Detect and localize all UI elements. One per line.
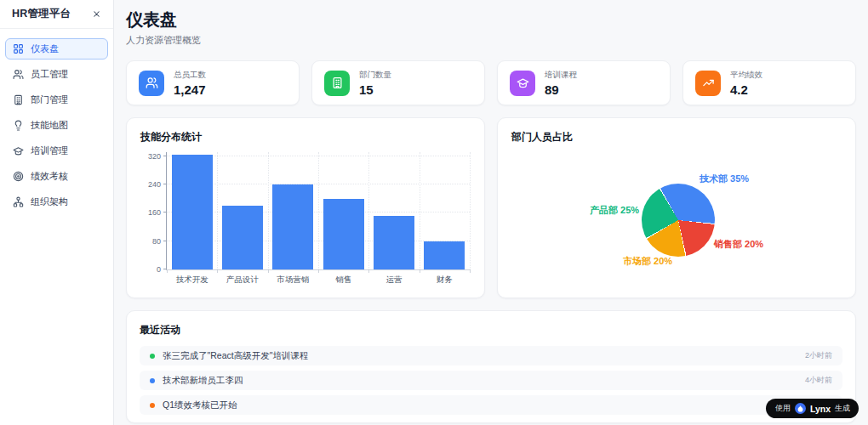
gridline (268, 152, 269, 269)
sidebar-item-label: 培训管理 (31, 144, 68, 157)
gridline (420, 152, 420, 269)
activity-title: 最近活动 (140, 323, 842, 337)
y-axis-tick (163, 212, 167, 212)
status-dot (150, 403, 155, 408)
stat-label: 培训课程 (545, 70, 577, 81)
sidebar-nav: 仪表盘 员工管理 部门管理 技能地图 培训管理 绩效考核 组织架构 (0, 29, 113, 222)
list-item: 张三完成了"React高级开发"培训课程 2小时前 (140, 346, 842, 366)
charts-row: 技能分布统计 080160240320技术开发产品设计市场营销销售运营财务 部门… (126, 117, 856, 298)
pie-label-product: 产品部 25% (590, 204, 639, 217)
list-item: 技术部新增员工李四 4小时前 (140, 371, 842, 390)
sidebar-item-label: 部门管理 (31, 94, 68, 106)
activity-time: 2小时前 (805, 350, 832, 361)
x-axis-tick (217, 269, 218, 273)
x-axis-tick (420, 269, 420, 273)
graduation-icon (510, 71, 535, 96)
recent-activity-card: 最近活动 张三完成了"React高级开发"培训课程 2小时前 技术部新增员工李四… (126, 310, 856, 423)
bar-财务 (424, 241, 465, 269)
x-axis-label: 运营 (386, 275, 403, 286)
x-axis-label: 财务 (437, 275, 453, 286)
activity-time: 4小时前 (805, 375, 832, 386)
status-dot (150, 378, 155, 383)
badge-suffix: 生成 (835, 403, 850, 414)
bar-plot: 080160240320技术开发产品设计市场营销销售运营财务 (166, 152, 470, 270)
page-title: 仪表盘 (126, 10, 856, 29)
sidebar: HR管理平台 仪表盘 员工管理 部门管理 技能地图 培训管理 绩效考核 (0, 0, 114, 425)
x-axis-label: 市场营销 (277, 275, 309, 286)
org-chart-icon (13, 196, 24, 207)
stat-card-avg-performance: 平均绩效 4.2 (682, 60, 856, 105)
y-axis-label: 0 (157, 265, 161, 274)
y-axis-label: 80 (152, 237, 161, 246)
department-pie-chart-card: 部门人员占比 技术部 35% 销售部 20% 市场部 20% 产品部 25% (497, 117, 856, 298)
users-icon (13, 69, 24, 80)
y-axis-tick (163, 156, 167, 156)
stat-card-departments: 部门数量 15 (311, 60, 485, 105)
pie-label-marketing: 市场部 20% (623, 255, 672, 268)
badge-prefix: 使用 (775, 403, 791, 414)
stat-value: 1,247 (174, 82, 206, 97)
sidebar-item-org-structure[interactable]: 组织架构 (5, 191, 108, 212)
stat-value: 89 (545, 82, 577, 97)
x-axis-label: 产品设计 (226, 275, 259, 286)
gridline (470, 152, 471, 269)
close-icon[interactable] (90, 8, 103, 20)
y-axis-tick (163, 241, 167, 241)
stat-value: 4.2 (730, 82, 762, 97)
sidebar-header: HR管理平台 (0, 0, 113, 29)
sidebar-item-skills-map[interactable]: 技能地图 (5, 115, 108, 136)
x-axis-tick (470, 269, 471, 273)
pie (642, 184, 715, 257)
sidebar-item-training[interactable]: 培训管理 (5, 140, 108, 162)
y-axis-tick (163, 184, 167, 184)
stat-card-total-employees: 总员工数 1,247 (126, 60, 300, 105)
users-icon (139, 71, 164, 96)
stats-row: 总员工数 1,247 部门数量 15 培训课程 89 平均绩效 4.2 (126, 60, 856, 105)
sidebar-item-dashboard[interactable]: 仪表盘 (5, 38, 108, 60)
gridline (217, 152, 218, 269)
y-axis-label: 160 (148, 208, 161, 217)
stat-label: 总员工数 (174, 70, 206, 81)
y-axis-label: 240 (148, 180, 161, 189)
sidebar-item-label: 组织架构 (31, 196, 68, 208)
lightbulb-icon (13, 120, 24, 131)
list-item: Q1绩效考核已开始 (140, 395, 842, 415)
x-axis-label: 技术开发 (176, 275, 208, 286)
sidebar-item-label: 绩效考核 (31, 170, 68, 183)
x-axis-label: 销售 (335, 275, 351, 286)
x-axis-tick (268, 269, 269, 273)
dashboard-icon (13, 43, 24, 54)
bar-销售 (323, 199, 364, 269)
lynx-generated-badge[interactable]: 使用 Lynx 生成 (766, 399, 859, 418)
sidebar-item-departments[interactable]: 部门管理 (5, 89, 108, 110)
activity-list: 张三完成了"React高级开发"培训课程 2小时前 技术部新增员工李四 4小时前… (140, 346, 842, 415)
graduation-icon (13, 145, 24, 156)
y-axis-label: 320 (148, 152, 161, 161)
x-axis-tick (318, 269, 319, 273)
page-subtitle: 人力资源管理概览 (126, 34, 856, 47)
bar-产品设计 (222, 206, 263, 269)
pie-label-sales: 销售部 20% (714, 238, 763, 251)
gridline (318, 152, 319, 269)
bar-市场营销 (272, 184, 313, 269)
activity-text: 张三完成了"React高级开发"培训课程 (163, 350, 308, 362)
skills-bar-chart-card: 技能分布统计 080160240320技术开发产品设计市场营销销售运营财务 (126, 117, 485, 298)
sidebar-item-performance[interactable]: 绩效考核 (5, 166, 108, 187)
building-icon (324, 71, 350, 96)
activity-text: Q1绩效考核已开始 (163, 400, 237, 411)
badge-brand: Lynx (810, 404, 831, 414)
x-axis-tick (368, 269, 369, 273)
sidebar-item-label: 仪表盘 (31, 42, 59, 55)
status-dot (150, 354, 155, 359)
building-icon (13, 94, 24, 105)
main-content: 仪表盘 人力资源管理概览 总员工数 1,247 部门数量 15 培训课程 89 … (114, 0, 868, 425)
x-axis-tick (167, 269, 168, 273)
sidebar-item-employees[interactable]: 员工管理 (5, 64, 108, 85)
sidebar-item-label: 员工管理 (31, 68, 68, 81)
bar-chart-title: 技能分布统计 (140, 130, 471, 144)
app-title: HR管理平台 (12, 7, 71, 21)
bar-运营 (374, 216, 414, 269)
pie-chart-title: 部门人员占比 (511, 130, 842, 144)
target-icon (13, 171, 24, 182)
activity-text: 技术部新增员工李四 (163, 375, 243, 387)
